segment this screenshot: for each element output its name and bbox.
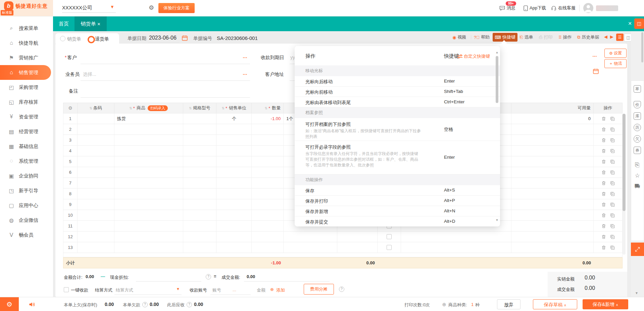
delete-row-icon[interactable] [601,138,606,143]
discount-input[interactable] [136,281,201,281]
sidebar-item-system[interactable]: ◌系统管理 [0,154,53,168]
hotkey-button[interactable]: ⌨快捷键 [493,33,517,42]
prev-arrow-icon[interactable]: ◀ [604,34,607,39]
sidebar-item-marketing[interactable]: ⚑营销推广 [0,50,53,65]
history-button[interactable]: ⧉历史单据 [577,34,599,40]
pick-order-button[interactable]: ⎗选单 [519,34,533,40]
doc-date-value[interactable]: 2023-06-06 [149,35,177,41]
sidebar-item-enterprise-wechat[interactable]: ◍企业微信 [0,213,53,227]
add-label[interactable]: 添加 [276,287,285,293]
customer-field[interactable] [81,64,250,64]
sidebar-item-collaboration[interactable]: ▣企业协同 [0,168,53,183]
delete-row-icon[interactable] [601,202,606,207]
add-icon[interactable]: ⊕ [270,287,274,292]
copy-row-icon[interactable] [610,149,615,153]
online-service-button[interactable]: 在线客服 [551,5,576,11]
delete-row-icon[interactable] [601,159,606,164]
delete-row-icon[interactable] [601,224,606,228]
delete-row-icon[interactable] [601,127,606,132]
settings-button[interactable]: ⚙设置 [604,49,627,58]
logistics-button[interactable]: ＋物流 [604,59,627,68]
sidebar-item-app-center[interactable]: ▢应用中心 [0,198,53,213]
delete-row-icon[interactable] [601,170,606,175]
close-icon[interactable]: ✕ [625,16,635,31]
chevron-down-icon[interactable]: ▼ [110,4,114,9]
onekey-checkbox[interactable] [64,287,69,292]
col-header-数量[interactable]: ⇅*数量 [252,103,284,113]
delete-row-icon[interactable] [601,213,606,218]
calendar-icon[interactable] [593,68,599,74]
attachment-icon[interactable]: ⎘ [634,161,641,169]
tab-sales-order[interactable]: 销货单 ✕ [75,16,107,31]
save-and-new-button[interactable]: 保存&新增 ∧ [583,299,628,309]
settings-gear-icon[interactable]: ⚙ [0,297,19,311]
favorite-icon[interactable]: ☆ [634,172,641,179]
delete-row-icon[interactable] [601,245,606,250]
voice-broadcast-icon[interactable] [29,302,35,307]
row-checkbox[interactable] [387,245,392,250]
copy-row-icon[interactable] [610,116,615,121]
print-button[interactable]: ⎙打印 [539,34,552,40]
account-ellipsis[interactable]: ... [233,287,236,292]
question-icon[interactable]: ? [187,302,192,307]
row-checkbox[interactable] [387,234,392,239]
expand-icon[interactable]: ⤢ [631,243,644,256]
abandon-button[interactable]: 放弃 [497,299,521,309]
question-icon[interactable]: ? [339,287,344,292]
sidebar-item-inventory[interactable]: ◱库存核算 [0,95,53,109]
user-name-redacted[interactable] [596,5,618,11]
sidebar-item-quick-nav[interactable]: ⌂快捷导航 [0,36,53,50]
radio-return-order-label[interactable]: 退货单 [95,36,109,42]
copy-row-icon[interactable] [610,138,615,143]
org-settings-gear-icon[interactable]: ⚙ [149,4,154,11]
company-select[interactable]: XXXXXX公司 [62,5,112,11]
copy-row-icon[interactable] [610,192,615,196]
sidebar-item-member[interactable]: Ⅴ畅会员 [0,227,53,242]
video-button[interactable]: ◉视频 [452,34,466,40]
radio-sales-order-label[interactable]: 销货单 [67,36,81,42]
customer-picker-ellipsis[interactable]: … [243,54,248,59]
method-placeholder[interactable]: 结算方式 [116,287,133,293]
tab-close-icon[interactable]: ✕ [97,22,101,27]
table-scrollbar[interactable] [623,114,626,255]
radio-return-order[interactable] [88,36,95,43]
sidebar-item-beginner-guide[interactable]: ◳新手引导 [0,183,53,198]
copy-row-icon[interactable] [610,202,615,207]
trial-plan-button[interactable]: 体验行业方案 [158,3,195,13]
draft-icon[interactable]: 草 [634,85,641,93]
stock-icon[interactable]: 库 [634,112,641,120]
col-header-商品[interactable]: ⇅*商品扫码录入 [114,103,183,113]
list-view-toggle[interactable]: ☰ [616,34,624,41]
next-arrow-icon[interactable]: ▶ [610,34,613,39]
delivery-icon[interactable]: ⛟ [634,183,641,190]
field-ellipsis[interactable]: … [592,52,597,58]
copy-row-icon[interactable] [610,224,615,228]
question-icon[interactable]: ? [142,302,148,307]
delete-row-icon[interactable] [601,116,606,121]
help-button[interactable]: ?⃝帮助 [474,34,490,40]
avatar[interactable] [583,3,593,13]
col-header-销售单位[interactable]: ⇅*销售单位 [216,103,252,113]
delete-row-icon[interactable] [601,192,606,196]
save-draft-button[interactable]: 保存草稿 ∧ [533,299,577,309]
cost-split-button[interactable]: 费用分摊 [304,284,334,295]
sidebar-item-sales-mgmt[interactable]: ⌂销售管理 [0,65,51,80]
column-settings-gear-icon[interactable]: ⚙ [68,105,72,111]
calendar-icon[interactable] [182,35,188,41]
sidebar-item-operation[interactable]: ▤经营管理 [0,124,53,139]
page-scrollbar[interactable] [641,32,643,62]
radio-sales-order[interactable] [60,36,65,41]
scroll-down-icon[interactable]: ▼ [495,218,499,222]
copy-row-icon[interactable] [610,159,615,164]
table-row[interactable]: 12 [63,231,623,242]
popup-scrollbar[interactable]: ▲ ▼ [495,51,499,222]
copy-row-icon[interactable] [610,181,615,186]
col-header-条码[interactable]: ⇅条码 [78,103,114,113]
delete-row-icon[interactable] [601,181,606,186]
history-icon[interactable]: 历 [634,124,641,131]
salesman-placeholder[interactable]: 选择... [83,71,96,77]
col-header-规格型号[interactable]: ⇅规格型号 [183,103,217,113]
scroll-up-icon[interactable]: ▲ [495,51,499,54]
delete-row-icon[interactable] [601,149,606,153]
account-placeholder[interactable]: 账号 [212,287,221,293]
